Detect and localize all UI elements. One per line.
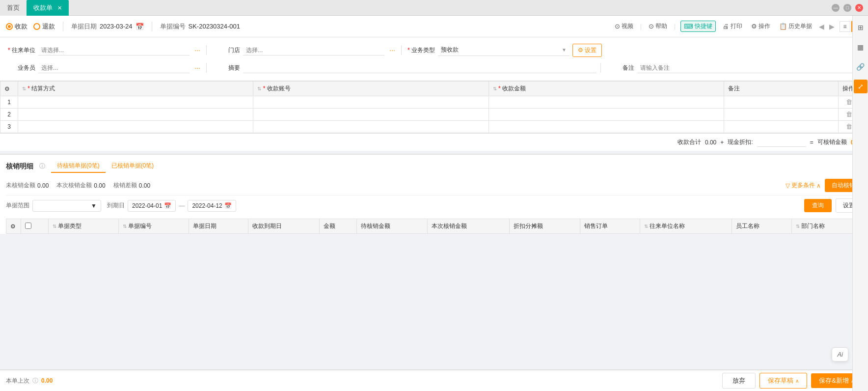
col-receipt-account: ⇅ * 收款账号: [253, 82, 488, 96]
form-row-1: * 往来单位 ··· 门店 ··· * 业务类型 预: [6, 41, 862, 59]
abandon-button[interactable]: 放弃: [722, 373, 756, 389]
settings-button[interactable]: ⚙ 设置: [572, 44, 602, 57]
close-button[interactable]: ✕: [855, 4, 863, 12]
cell-account-2[interactable]: [253, 109, 488, 121]
prev-nav-icon[interactable]: ◀: [819, 23, 824, 30]
biz-type-field: * 业务类型 预收款 ▼ ⚙ 设置: [406, 44, 602, 57]
footer-left: 本单上次 ⓘ 0.00: [6, 377, 53, 385]
delete-row-1-icon[interactable]: 🗑: [846, 98, 852, 106]
field-divider-1: [206, 45, 207, 55]
remark-input[interactable]: [637, 63, 862, 73]
ai-badge[interactable]: Ai: [832, 347, 848, 362]
footer-info-icon[interactable]: ⓘ: [32, 377, 38, 385]
form-row-2: 业务员 ··· 摘要 备注: [6, 59, 862, 77]
due-to-input[interactable]: 2022-04-12 📅: [188, 200, 236, 212]
date-range: 2022-04-01 📅 — 2022-04-12 📅: [128, 200, 236, 212]
counterpart-more-icon[interactable]: ···: [192, 46, 202, 54]
summary-input[interactable]: [243, 63, 597, 73]
cal-to-icon: 📅: [224, 202, 232, 209]
refund-radio[interactable]: 退款: [33, 22, 55, 31]
video-icon: ⊙: [615, 23, 620, 30]
sidebar-expand-icon[interactable]: ⤢: [854, 80, 868, 93]
biz-type-dropdown-icon: ▼: [562, 47, 567, 53]
discount-input[interactable]: [757, 138, 806, 147]
col-dept: ⇅ 部门名称: [792, 219, 862, 234]
writeoff-table: ⚙ ⇅ 单据类型 ⇅ 单据编号 单据日期: [6, 219, 862, 234]
print-icon: 🖨: [723, 23, 729, 30]
table-row: 1 🗑 ⧉: [0, 96, 868, 109]
store-input[interactable]: [243, 45, 384, 56]
next-nav-icon[interactable]: ▶: [829, 23, 835, 30]
table-row: 3 🗑 ⧉: [0, 121, 868, 133]
divider-1: [63, 22, 63, 31]
maximize-button[interactable]: □: [843, 4, 851, 12]
shortcut-button[interactable]: ⌨ 快捷键: [680, 21, 716, 32]
query-button[interactable]: 查询: [804, 199, 832, 212]
biz-type-select[interactable]: 预收款 ▼: [438, 44, 570, 56]
cell-remark-2[interactable]: [724, 109, 839, 121]
history-button[interactable]: 📋 历史单据: [777, 21, 814, 31]
delete-row-3-icon[interactable]: 🗑: [846, 123, 852, 130]
cell-amount-3[interactable]: [488, 121, 724, 133]
sidebar-chart-icon[interactable]: ▦: [854, 40, 868, 54]
writeoff-info-icon[interactable]: ⓘ: [39, 162, 45, 170]
counterpart-label: * 往来单位: [6, 46, 35, 55]
col-doc-no: ⇅ 单据编号: [119, 219, 189, 234]
list-view-button[interactable]: ≡: [840, 21, 850, 32]
cell-settle-3[interactable]: [18, 121, 253, 133]
table-settings-icon-2[interactable]: ⚙: [10, 223, 16, 230]
range-field: 单据范围 ▼: [6, 200, 101, 212]
cell-amount-1[interactable]: [488, 96, 724, 109]
cell-settle-2[interactable]: [18, 109, 253, 121]
col-receipt-amount: ⇅ * 收款金额: [488, 82, 724, 96]
cell-settle-1[interactable]: [18, 96, 253, 109]
range-select[interactable]: ▼: [32, 200, 101, 212]
gear-icon: ⚙: [578, 47, 583, 54]
tab-home[interactable]: 首页: [0, 0, 27, 16]
writeoff-title: 核销明细: [6, 162, 33, 171]
more-filter-button[interactable]: ▽ 更多条件 ∧: [786, 181, 821, 190]
calendar-icon[interactable]: 📅: [136, 23, 144, 30]
staff-input[interactable]: [38, 63, 190, 73]
sidebar-table-icon[interactable]: ⊞: [854, 21, 868, 34]
help-button[interactable]: ⊙ 帮助: [647, 21, 669, 31]
cell-remark-3[interactable]: [724, 121, 839, 133]
chevron-up-icon: ∧: [816, 182, 821, 189]
table-settings-icon[interactable]: ⚙: [4, 85, 10, 92]
cell-remark-1[interactable]: [724, 96, 839, 109]
range-dropdown-icon: ▼: [91, 202, 97, 209]
due-from-input[interactable]: 2022-04-01 📅: [128, 200, 176, 212]
counterpart-input[interactable]: [38, 45, 190, 56]
col-checkbox: ⚙: [6, 219, 21, 234]
window-controls: — □ ✕: [832, 4, 868, 12]
draft-arrow-icon: ∧: [795, 378, 799, 384]
history-icon: 📋: [779, 23, 787, 30]
tab-receipt[interactable]: 收款单 ✕: [27, 0, 69, 16]
cell-account-1[interactable]: [253, 96, 488, 109]
table-row: 2 🗑 ⧉: [0, 109, 868, 121]
receipt-radio[interactable]: 收款: [6, 22, 27, 31]
staff-more-icon[interactable]: ···: [192, 64, 202, 72]
ops-button[interactable]: ⚙ 操作: [749, 21, 772, 31]
minimize-button[interactable]: —: [832, 4, 840, 12]
store-more-icon[interactable]: ···: [387, 46, 397, 54]
delete-row-2-icon[interactable]: 🗑: [846, 111, 852, 118]
col-checkbox-2: [21, 219, 49, 234]
staff-label: 业务员: [6, 64, 35, 72]
tab-close-icon[interactable]: ✕: [57, 5, 62, 11]
video-button[interactable]: ⊙ 视频: [613, 21, 635, 31]
cell-amount-2[interactable]: [488, 109, 724, 121]
row-num-2: 2: [0, 109, 18, 121]
save-draft-button[interactable]: 保存草稿 ∧: [760, 373, 807, 389]
tab-done[interactable]: 已核销单据(0笔): [106, 160, 160, 173]
uncancelled-stat: 未核销金额 0.00: [6, 181, 49, 190]
divider-2: [152, 22, 152, 31]
cell-account-3[interactable]: [253, 121, 488, 133]
refund-radio-dot: [33, 23, 40, 30]
receipt-table: ⚙ ⇅ * 结算方式 ⇅ * 收款账号 ⇅ * 收款: [0, 81, 868, 133]
tab-pending[interactable]: 待核销单据(0笔): [51, 160, 106, 173]
print-button[interactable]: 🖨 打印: [721, 21, 744, 31]
col-amount: 金额: [319, 219, 357, 234]
sidebar-clip-icon[interactable]: 🔗: [854, 60, 868, 74]
select-all-checkbox[interactable]: [25, 223, 31, 229]
